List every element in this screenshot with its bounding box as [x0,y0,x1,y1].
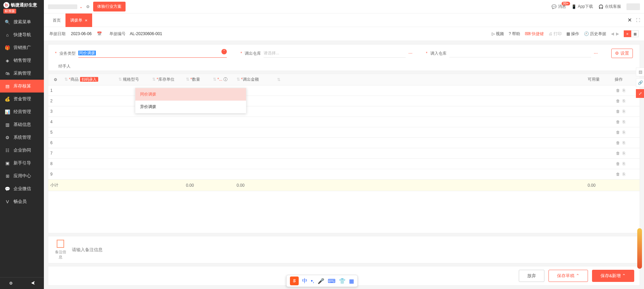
table-row[interactable]: 4🗑⎘ [48,117,640,127]
sidebar-item-marketing[interactable]: 🎁营销推广 [0,41,44,54]
more-icon[interactable]: ⋯ [594,51,598,56]
date-value[interactable]: 2023-06-06 [70,31,93,36]
col-settings[interactable]: ⚙ [48,74,62,85]
settings-icon[interactable]: ⚙ [86,4,90,9]
video-button[interactable]: ▷视频 [492,31,504,37]
help-button[interactable]: ?帮助 [509,31,520,37]
save-and-new-button[interactable]: 保存&新增 ⌃ [592,270,634,282]
ime-keyboard-icon[interactable]: ⌨ [328,278,336,284]
messages-link[interactable]: 💬 消息 99+ [552,4,566,9]
ime-toolbox-icon[interactable]: ▦ [349,278,354,284]
prev-icon[interactable]: ◀ [611,31,614,36]
sogou-icon[interactable]: S [290,277,299,285]
col-qty[interactable]: ⇅*数量 [184,74,211,85]
scan-button[interactable]: 扫码录入 [80,77,98,82]
delete-row-icon[interactable]: 🗑 [615,172,621,177]
app-download-link[interactable]: 📱 App下载 [571,4,593,9]
sidebar-item-finance[interactable]: 💰资金管理 [0,93,44,105]
copy-row-icon[interactable]: ⎘ [621,161,626,166]
ime-skin-icon[interactable]: 👕 [339,278,346,284]
col-unit[interactable]: ⇅*库存单位 [150,74,184,85]
close-tab-icon[interactable]: ✕ [627,17,632,23]
sidebar-item-inventory[interactable]: ▤库存核算 [0,80,44,93]
sidebar-item-sales[interactable]: ◈销售管理 [0,54,44,67]
copy-row-icon[interactable]: ⎘ [621,172,626,177]
sidebar-item-system[interactable]: ⚙系统管理 [0,131,44,144]
dropdown-option-diff-price[interactable]: 异价调拨 [135,101,246,113]
view-compact-button[interactable]: ▦ [631,30,639,37]
more-icon[interactable]: ⋯ [408,51,412,56]
copy-row-icon[interactable]: ⎘ [621,88,626,93]
delete-row-icon[interactable]: 🗑 [615,120,621,124]
table-row[interactable]: 5🗑⎘ [48,127,640,138]
col-avail[interactable]: 可用量 [586,74,613,85]
delete-row-icon[interactable]: 🗑 [615,130,621,135]
operate-button[interactable]: ▦操作 [566,31,579,37]
ime-toolbar[interactable]: S 中 •, 🎤 ⌨ 👕 ▦ [286,275,358,287]
biz-type-select[interactable]: 同价调拨 ⌃ [78,49,227,58]
dropdown-option-same-price[interactable]: 同价调拨 [135,88,246,101]
view-detail-button[interactable]: ≡ [624,30,631,37]
copy-row-icon[interactable]: ⎘ [621,151,626,156]
history-button[interactable]: 🕘历史单据 [584,31,606,37]
print-button[interactable]: 🖨打印 [548,31,562,37]
copy-row-icon[interactable]: ⎘ [621,130,626,135]
form-settings-button[interactable]: ⚙ 设置 [611,49,633,58]
sidebar-item-vip[interactable]: V畅会员 [0,195,44,208]
table-row[interactable]: 9🗑⎘ [48,169,640,180]
thermometer-widget[interactable] [637,228,642,269]
sidebar-item-apps[interactable]: ⊞应用中心 [0,169,44,182]
tab-home[interactable]: 首页 [48,14,65,27]
sidebar-item-base[interactable]: ▥基础信息 [0,118,44,131]
delete-row-icon[interactable]: 🗑 [615,151,621,156]
col-spec[interactable]: ⇅规格型号 [116,74,150,85]
remark-input[interactable] [72,247,634,252]
sidebar-item-search[interactable]: 🔍搜索菜单 [0,16,44,28]
discard-button[interactable]: 放弃 [519,270,544,282]
sidebar-item-guide[interactable]: ▣新手引导 [0,157,44,169]
delete-row-icon[interactable]: 🗑 [615,109,621,114]
ime-voice-icon[interactable]: 🎤 [318,278,324,284]
table-row[interactable]: 8🗑⎘ [48,159,640,169]
avatar[interactable] [626,3,640,10]
copy-row-icon[interactable]: ⎘ [621,140,626,145]
shortcut-button[interactable]: ⌨快捷键 [525,31,544,37]
collapse-icon[interactable]: ⮜ [22,278,44,289]
next-icon[interactable]: ▶ [616,31,619,36]
delete-row-icon[interactable]: 🗑 [615,99,621,103]
ime-lang[interactable]: 中 [302,278,307,285]
sidebar-item-wechat[interactable]: 💬企业微信 [0,182,44,195]
close-icon[interactable]: ✕ [85,19,87,22]
support-link[interactable]: 🎧 在线客服 [598,4,621,9]
rail-link-icon[interactable]: 🔗 [636,78,644,87]
rail-note-icon[interactable]: ▤ [636,68,644,76]
col-more[interactable]: ⇅*... ⓘ [211,74,235,85]
delete-row-icon[interactable]: 🗑 [615,161,621,166]
experience-button[interactable]: 体验行业方案 [93,2,126,11]
copy-row-icon[interactable]: ⎘ [621,120,626,124]
tenant-switcher[interactable]: ____ ⌄ [48,4,83,9]
out-warehouse-select[interactable]: 请选择... [264,49,406,58]
table-row[interactable]: 6🗑⎘ [48,138,640,148]
sidebar-item-operation[interactable]: 📊经营管理 [0,105,44,118]
calendar-icon[interactable]: 📅 [97,31,102,36]
delete-row-icon[interactable]: 🗑 [615,140,621,145]
in-warehouse-select[interactable] [449,50,591,57]
sidebar-item-quicknav[interactable]: ⌂快捷导航 [0,28,44,41]
sidebar-item-purchase[interactable]: 🛍采购管理 [0,67,44,80]
rail-expand-icon[interactable]: ⤢ [636,89,644,98]
table-row[interactable]: 7🗑⎘ [48,148,640,159]
sidebar-item-collab[interactable]: ☷企业协同 [0,144,44,157]
col-product[interactable]: ⇅*商品扫码录入 [62,74,116,85]
save-draft-button[interactable]: 保存草稿 ⌃ [548,270,588,282]
fullscreen-icon[interactable]: ⛶ [636,18,640,23]
ime-punct-icon[interactable]: •, [311,278,314,284]
copy-row-icon[interactable]: ⎘ [621,99,626,103]
copy-row-icon[interactable]: ⎘ [621,109,626,114]
delete-row-icon[interactable]: 🗑 [615,88,621,93]
col-blank[interactable]: ⇅ [275,74,586,85]
settings-icon[interactable]: ⚙ [0,278,22,289]
tab-transfer[interactable]: 调拨单 ✕ [65,14,92,27]
col-out-amount[interactable]: ⇅*调出金额 [235,74,275,85]
info-icon[interactable]: ⓘ [223,77,227,82]
